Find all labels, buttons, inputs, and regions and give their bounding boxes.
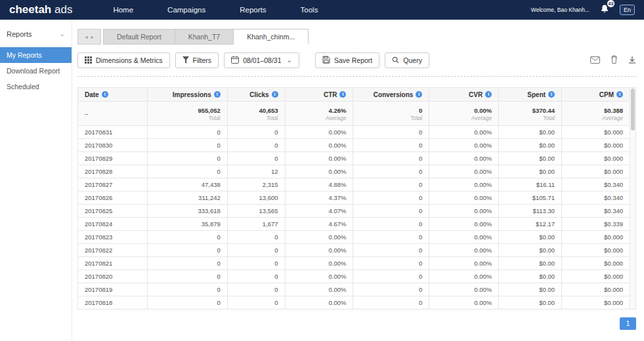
query-button[interactable]: Query: [385, 52, 429, 68]
info-icon[interactable]: i: [272, 91, 278, 98]
column-header-cpm[interactable]: CPMi: [562, 88, 630, 102]
tab-khanh-t7[interactable]: Khanh_T7: [175, 29, 234, 45]
value-cell: 12: [227, 165, 285, 178]
table-header: DateiImpressionsiClicksiCTRiConversionsi…: [78, 88, 630, 102]
value-cell: 0: [353, 218, 429, 231]
table-row: 20170818000.00%00.00%$0.00$0.000: [78, 296, 630, 310]
tabs-next-button[interactable]: ▸: [91, 34, 94, 40]
filters-label: Filters: [193, 56, 212, 64]
info-icon[interactable]: i: [416, 91, 422, 98]
value-cell: $0.339: [562, 218, 630, 231]
value-cell: 0.00%: [285, 165, 353, 178]
dimensions-metrics-button[interactable]: Dimensions & Metrics: [77, 52, 170, 68]
column-label: CTR: [324, 91, 337, 98]
sidebar-item-scheduled[interactable]: Scheduled: [0, 79, 72, 94]
value-cell: 35,879: [147, 218, 227, 231]
column-header-clicks[interactable]: Clicksi: [227, 88, 285, 102]
value-cell: 47,438: [147, 178, 227, 191]
sidebar-section-label: Reports: [7, 30, 32, 38]
column-header-date[interactable]: Datei: [78, 88, 148, 102]
sidebar-section-reports[interactable]: Reports ⌄: [0, 30, 72, 47]
tabs-prev-button[interactable]: ◂: [85, 34, 87, 40]
brand-light: ads: [51, 3, 72, 16]
navbar-right: Welcome, Bao Khanh... 43 En: [531, 4, 635, 16]
value-cell: 0.00%: [429, 191, 499, 205]
date-cell: 20170826: [78, 191, 148, 205]
info-icon[interactable]: i: [214, 91, 221, 98]
language-button[interactable]: En: [620, 5, 635, 15]
column-header-ctr[interactable]: CTRi: [285, 88, 353, 102]
report-table-wrap: DateiImpressionsiClicksiCTRiConversionsi…: [77, 87, 636, 310]
table-row: 2017082435,8791,6774.67%00.00%$12.17$0.3…: [78, 218, 630, 231]
column-header-impressions[interactable]: Impressionsi: [147, 88, 227, 102]
value-cell: 0: [353, 283, 429, 296]
sidebar-item-download-report[interactable]: Download Report: [0, 63, 72, 79]
value-cell: $0.00: [499, 257, 562, 270]
tab-default-report[interactable]: Default Report: [103, 29, 175, 45]
value-cell: $0.000: [562, 231, 630, 244]
value-cell: 2,315: [227, 178, 285, 191]
table-row: 20170826311,24213,6004.37%00.00%$105.71$…: [78, 191, 630, 205]
value-cell: 0: [353, 178, 429, 191]
value-cell: 0.00%: [429, 178, 499, 191]
value-cell: 0: [227, 283, 285, 296]
value-cell: 0.00%: [429, 296, 499, 310]
info-icon[interactable]: i: [339, 91, 346, 98]
value-cell: $0.340: [562, 205, 630, 218]
username[interactable]: Bao Khanh...: [557, 7, 590, 13]
date-cell: 20170827: [78, 178, 148, 191]
scrollbar-thumb[interactable]: [631, 89, 635, 130]
value-cell: 0: [353, 139, 429, 152]
value-cell: 0: [353, 231, 429, 244]
nav-item-reports[interactable]: Reports: [240, 6, 266, 14]
page-1-button[interactable]: 1: [620, 317, 636, 330]
caret-down-icon: ⌄: [287, 58, 292, 62]
value-cell: 0.00%: [285, 152, 353, 165]
value-cell: $0.000: [562, 257, 630, 270]
nav-item-home[interactable]: Home: [113, 6, 133, 14]
value-cell: $0.000: [562, 152, 630, 165]
total-cell: 955,052Total: [147, 102, 227, 126]
delete-report-button[interactable]: [611, 54, 618, 66]
value-cell: 0.00%: [429, 257, 499, 270]
brand-logo[interactable]: cheetah ads: [9, 3, 72, 16]
table-row: 201708280120.00%00.00%$0.00$0.000: [78, 165, 630, 178]
date-cell: 20170820: [78, 270, 148, 283]
tab-khanh-chinm[interactable]: Khanh_chinm...: [233, 29, 309, 45]
value-cell: 1,677: [227, 218, 285, 231]
column-header-conversions[interactable]: Conversionsi: [353, 88, 429, 102]
sidebar-item-my-reports[interactable]: My Reports: [0, 47, 72, 63]
download-report-button[interactable]: [628, 54, 636, 66]
total-cell: $0.388Average: [562, 102, 630, 126]
tab-scroll-controls: ◂ ▸: [77, 29, 101, 45]
nav-item-campaigns[interactable]: Campaigns: [167, 6, 205, 14]
value-cell: 0.00%: [285, 244, 353, 257]
date-cell: 20170823: [78, 231, 148, 244]
value-cell: 0: [147, 165, 227, 178]
column-header-cvr[interactable]: CVRi: [429, 88, 499, 102]
nav-item-tools[interactable]: Tools: [301, 6, 318, 14]
email-report-button[interactable]: [590, 54, 600, 66]
notifications-button[interactable]: 43: [600, 4, 609, 16]
brand-bold: cheetah: [9, 3, 51, 16]
value-cell: 0: [353, 270, 429, 283]
value-cell: 0.00%: [285, 283, 353, 296]
filters-button[interactable]: Filters: [175, 52, 219, 68]
value-cell: 0: [353, 126, 429, 139]
pagination: 1: [77, 317, 636, 330]
date-range-button[interactable]: 08/01–08/31 ⌄: [224, 52, 299, 68]
info-icon[interactable]: i: [548, 91, 555, 98]
table-scrollbar[interactable]: [630, 87, 636, 310]
column-header-spent[interactable]: Spenti: [499, 88, 562, 102]
value-cell: 0.00%: [285, 139, 353, 152]
value-cell: 0: [147, 244, 227, 257]
chevron-down-icon: ⌄: [60, 32, 65, 36]
info-icon[interactable]: i: [485, 91, 492, 98]
value-cell: 0: [227, 126, 285, 139]
table-row: 20170831000.00%00.00%$0.00$0.000: [78, 126, 630, 139]
info-icon[interactable]: i: [102, 91, 108, 98]
info-icon[interactable]: i: [616, 91, 623, 98]
total-date-cell: –: [78, 102, 148, 126]
main-content: ◂ ▸ Default Report Khanh_T7 Khanh_chinm.…: [72, 20, 644, 341]
save-report-button[interactable]: Save Report: [315, 52, 379, 68]
